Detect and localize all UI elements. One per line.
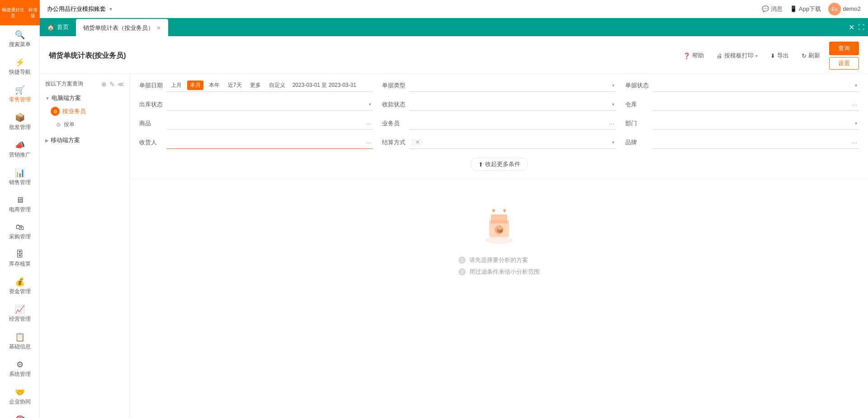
receipt-status-arrow: ▾ (612, 102, 614, 107)
tip-num-1: 1 (458, 256, 466, 264)
tab-close-icon[interactable]: ✕ (156, 25, 161, 31)
empty-tip-1: 1 请先选择要分析的方案 (458, 256, 540, 264)
query-button[interactable]: 查询 (829, 42, 859, 55)
consignee-control[interactable]: ··· (166, 136, 373, 149)
warehouse-control[interactable]: ··· (652, 98, 859, 111)
sidebar-item-system[interactable]: ⚙ 系统管理 (0, 355, 39, 383)
account-dropdown-arrow[interactable]: ▾ (109, 6, 112, 12)
filter-salesperson: 业务员 ··· (382, 117, 616, 130)
tab-bar-close-icon[interactable]: ✕ (849, 23, 854, 32)
empty-state: 📦 1 请先选择要分析的方案 2 用过滤条件来缩小分析范围 (130, 179, 868, 303)
brand-control[interactable]: ··· (652, 136, 859, 149)
refresh-button[interactable]: ↻ 刷新 (798, 50, 824, 62)
empty-illustration: 📦 (476, 206, 522, 247)
sidebar-item-marketing[interactable]: 📣 营销推广 (0, 136, 39, 163)
receipt-status-control[interactable]: ▾ (409, 98, 616, 111)
salesperson-control[interactable]: ··· (409, 117, 616, 130)
sidebar-item-purchase[interactable]: 🛍 采购管理 (0, 218, 39, 245)
sidebar-item-enterprise[interactable]: 🤝 企业协同 (0, 383, 39, 410)
add-scheme-icon[interactable]: ⊕ (101, 81, 107, 88)
warehouse-ellipsis: ··· (852, 101, 857, 108)
svg-point-0 (486, 237, 513, 244)
sidebar-item-inventory[interactable]: 🗄 库存核算 (0, 245, 39, 272)
collapse-icon: ⬆ (478, 161, 483, 168)
settlement-tag: ✕ (411, 139, 422, 146)
sidebar-item-finance[interactable]: 💰 资金管理 (0, 272, 39, 300)
svg-point-8 (503, 209, 506, 212)
user-account[interactable]: Ea demo2 (828, 3, 861, 15)
sidebar-item-wholesale[interactable]: 📦 批发管理 (0, 108, 39, 136)
date-btn-7days[interactable]: 近7天 (225, 81, 245, 90)
doc-status-arrow: ▾ (855, 83, 857, 88)
edit-scheme-icon[interactable]: ✎ (109, 81, 115, 88)
filter-consignee: 收货人 ··· (139, 136, 373, 149)
scheme-sub-item-by-order[interactable]: ⚙ 按单 (40, 119, 130, 131)
date-btn-custom[interactable]: 自定义 (266, 81, 288, 90)
scheme-group-desktop-title[interactable]: ▼ 电脑端方案 (40, 92, 130, 104)
app-download-action[interactable]: 📱 App下载 (790, 5, 821, 13)
filter-goods: 商品 ··· (139, 117, 373, 130)
tab-bar-expand-icon[interactable]: ⛶ (858, 24, 864, 31)
page-actions: ❓ 帮助 🖨 按模板打印 ▾ ⬇ 导出 ↻ 刷新 查询 (679, 42, 859, 70)
template-print-button[interactable]: 🖨 按模板打印 ▾ (713, 50, 761, 62)
filter-settlement: 结算方式 ✕ ▾ (382, 136, 616, 149)
sales-icon: 📊 (15, 168, 25, 178)
system-icon: ⚙ (16, 360, 24, 370)
inventory-icon: 🗄 (16, 250, 24, 259)
wholesale-icon: 📦 (15, 113, 25, 123)
desktop-group-arrow: ▼ (45, 96, 50, 101)
svg-text:📦: 📦 (496, 227, 503, 233)
print-dropdown-icon: ▾ (755, 53, 758, 58)
retail-icon: 🛒 (15, 85, 25, 95)
mobile-group-arrow: ▶ (45, 138, 49, 143)
sidebar-item-operation[interactable]: 📈 经营管理 (0, 300, 39, 328)
top-header-right: 💬 消息 📱 App下载 Ea demo2 (762, 3, 861, 15)
print-icon: 🖨 (717, 52, 722, 59)
sidebar-item-shortcut[interactable]: ⚡ 快捷导航 (0, 53, 39, 81)
message-action[interactable]: 💬 消息 (762, 5, 783, 13)
sidebar-item-retail[interactable]: 🛒 零售管理 (0, 81, 39, 108)
salesperson-ellipsis: ··· (609, 120, 614, 127)
tab-sales-stat[interactable]: 销货单统计表（按业务员） ✕ (76, 19, 168, 37)
settlement-control[interactable]: ✕ ▾ (409, 136, 616, 149)
purchase-icon: 🛍 (16, 223, 24, 232)
top-header: 办公用品行业模拟账套 ▾ 💬 消息 📱 App下载 Ea demo2 (40, 0, 868, 18)
doc-status-control[interactable]: ▾ (652, 79, 859, 92)
department-control[interactable]: ▾ (652, 117, 859, 130)
filter-receipt-status: 收款状态 ▾ (382, 98, 616, 111)
scheme-group-mobile-title[interactable]: ▶ 移动端方案 (40, 134, 130, 146)
settlement-arrow: ▾ (612, 140, 614, 145)
svg-rect-2 (491, 214, 507, 223)
goods-control[interactable]: ··· (166, 117, 373, 130)
date-btn-last-month[interactable]: 上月 (168, 81, 184, 90)
tab-home[interactable]: 🏠 首页 (40, 18, 76, 36)
collapse-panel-icon[interactable]: ≪ (118, 81, 124, 88)
base-icon: 📋 (15, 332, 25, 342)
shortcut-icon: ⚡ (15, 57, 25, 67)
filter-out-status: 出库状态 ▾ (139, 98, 373, 111)
scheme-item-by-salesperson[interactable]: ⚙ 按业务员 (40, 104, 130, 119)
help-button[interactable]: ❓ 帮助 (679, 50, 708, 62)
collapse-button[interactable]: ⬆ 收起更多条件 (471, 158, 528, 171)
sidebar-item-ecommerce[interactable]: 🖥 电商管理 (0, 191, 39, 218)
date-btn-this-year[interactable]: 本年 (206, 81, 222, 90)
out-status-control[interactable]: ▾ (166, 98, 373, 111)
sidebar-item-base[interactable]: 📋 基础信息 (0, 328, 39, 355)
date-btn-more[interactable]: 更多 (247, 81, 264, 90)
consignee-ellipsis: ··· (366, 139, 372, 146)
export-button[interactable]: ⬇ 导出 (767, 50, 793, 62)
sidebar-item-sales[interactable]: 📊 销售管理 (0, 163, 39, 191)
settlement-tag-close[interactable]: ✕ (415, 139, 420, 145)
doc-type-control[interactable]: ▾ (409, 79, 616, 92)
page-title: 销货单统计表(按业务员) (49, 51, 126, 61)
setting-button[interactable]: 设置 (829, 57, 859, 70)
account-title: 办公用品行业模拟账套 (47, 5, 106, 13)
tip-num-2: 2 (458, 268, 466, 276)
sidebar-item-newbie[interactable]: 🎯 新手引导 (0, 410, 39, 418)
sidebar-item-search[interactable]: 🔍 搜索菜单 (0, 25, 39, 53)
date-filter-control[interactable]: 上月 本月 本年 近7天 更多 自定义 2023-03-01 至 2023-03… (166, 79, 373, 92)
marketing-icon: 📣 (15, 140, 25, 150)
app-icon: 📱 (790, 5, 797, 12)
finance-icon: 💰 (15, 277, 25, 287)
date-btn-this-month[interactable]: 本月 (187, 81, 203, 90)
